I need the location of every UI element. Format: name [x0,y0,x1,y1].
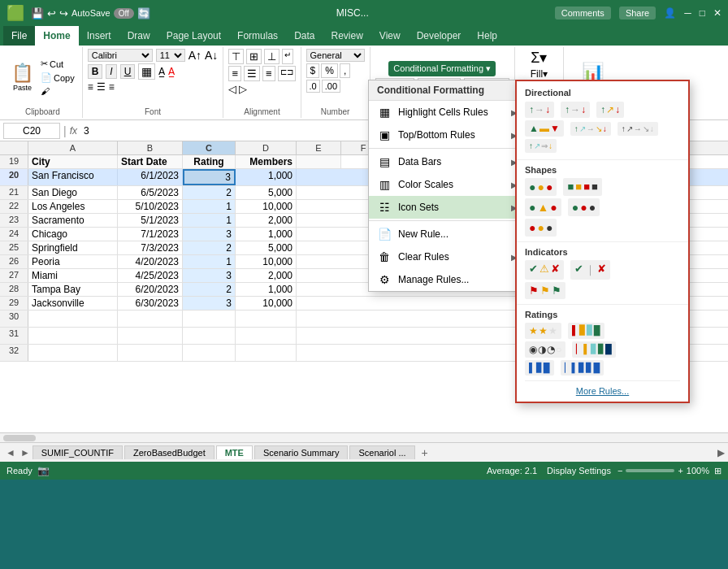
cell-20-c[interactable]: 3 [183,169,236,185]
cell-28-c[interactable]: 2 [183,283,236,296]
cell-24-b[interactable]: 7/1/2023 [118,228,183,241]
font-family-select[interactable]: Calibri [88,49,153,62]
is-group-5arrows-alt[interactable]: ↑ ↗ ⇒ ↓ [525,139,557,153]
tab-formulas[interactable]: Formulas [229,26,286,46]
is-group-bars5[interactable]: ▏ ▌ ▊ ▊ █ [572,341,616,358]
cell-22-a[interactable]: Los Angeles [28,200,118,213]
tab-help[interactable]: Help [469,26,505,46]
cell-19-d[interactable]: Members [236,155,297,168]
comma-btn[interactable]: , [340,63,350,78]
sheet-tab-scenario-summary[interactable]: Scenario Summary [254,445,349,459]
cell-23-b[interactable]: 5/1/2023 [118,214,183,227]
is-group-squares-colored[interactable]: ■ ■ ■ ■ [563,178,601,196]
cell-19-a[interactable]: City [28,155,118,168]
minimize-btn[interactable]: ─ [684,7,691,19]
font-grow-btn[interactable]: A↑ [188,49,202,62]
number-format-select[interactable]: General [306,49,365,62]
cell-20-b[interactable]: 6/1/2023 [118,169,183,185]
sheet-tab-zero[interactable]: ZeroBasedBudget [124,445,214,459]
is-group-stars[interactable]: ★ ★ ★ [525,323,561,339]
align-top-btn[interactable]: ⊤ [228,49,244,64]
format-painter-btn[interactable]: 🖌 [38,85,77,97]
cell-19-c[interactable]: Rating [183,155,236,168]
comments-btn[interactable]: Comments [555,7,611,20]
cell-row-29[interactable]: 29 [0,297,28,310]
cf-dropdown-menu[interactable]: Conditional Formatting ▦ Highlight Cells… [368,80,526,292]
fill-btn[interactable]: Fill▾ [531,68,548,80]
cell-24-a[interactable]: Chicago [28,228,118,241]
is-group-circles-dark[interactable]: ● ● ● [568,198,600,216]
is-group-3arrows-colored[interactable]: ↑ → ↓ [525,102,554,118]
col-header-a[interactable]: A [28,141,118,154]
cell-24-d[interactable]: 1,000 [236,228,297,241]
tab-review[interactable]: Review [323,26,370,46]
sheet-tab-mte[interactable]: MTE [216,445,253,459]
cf-item-newrule[interactable]: 📄 New Rule... [369,223,526,245]
indent-dec-btn[interactable]: ◁ [228,83,236,95]
bold-btn[interactable]: B [88,64,103,79]
save-icon[interactable]: 💾 [31,7,44,20]
is-group-5arrows-colored[interactable]: ↑ ↗ → ↘ ↓ [570,122,611,136]
undo-icon[interactable]: ↩ [47,7,56,20]
cell-row-21[interactable]: 21 [0,186,28,199]
currency-btn[interactable]: $ [306,63,320,78]
cell-26-d[interactable]: 10,000 [236,255,297,268]
cell-22-b[interactable]: 5/10/2023 [118,200,183,213]
cell-row-22[interactable]: 22 [0,200,28,213]
percent-btn[interactable]: % [321,63,338,78]
align-bottom-btn[interactable]: ⊥ [264,49,280,64]
cell-29-d[interactable]: 10,000 [236,297,297,310]
cell-27-b[interactable]: 4/25/2023 [118,269,183,282]
cell-row-28[interactable]: 28 [0,283,28,296]
tab-home[interactable]: Home [35,26,78,46]
tab-nav-right[interactable]: ► [18,447,32,458]
align-right2-btn[interactable]: ≡ [262,66,275,81]
cell-23-c[interactable]: 1 [183,214,236,227]
tab-page-layout[interactable]: Page Layout [158,26,229,46]
maximize-btn[interactable]: □ [700,7,705,19]
col-header-d[interactable]: D [236,141,297,154]
cf-item-managerules[interactable]: ⚙ Manage Rules... [369,268,526,291]
cell-25-b[interactable]: 7/3/2023 [118,241,183,254]
cf-item-colorscales[interactable]: ▥ Color Scales ▶ [369,173,526,196]
tab-view[interactable]: View [371,26,409,46]
align-right-btn[interactable]: ≡ [109,81,115,93]
is-group-3arrows-2[interactable]: ↑ ↗ ↓ [596,102,624,118]
col-header-b[interactable]: B [118,141,183,154]
increase-decimal-btn[interactable]: .00 [322,80,340,93]
is-group-checkmarks[interactable]: ✔ ⚠ ✘ [525,260,564,280]
is-group-bars4[interactable]: ▌ ▊ ▊ █ [568,323,604,339]
fill-color-btn[interactable]: A̲ [158,66,165,77]
wrap-text-btn[interactable]: ↵ [282,49,293,64]
cell-28-b[interactable]: 6/20/2023 [118,283,183,296]
is-group-flags[interactable]: ⚑ ⚑ ⚑ [525,282,566,299]
right-scroll-btn[interactable]: ▶ [717,447,725,458]
align-center-btn[interactable]: ☰ [97,81,106,93]
cf-item-topbottom[interactable]: ▣ Top/Bottom Rules ▶ [369,124,526,146]
align-left2-btn[interactable]: ≡ [228,66,241,81]
tab-developer[interactable]: Developer [409,26,470,46]
cell-22-c[interactable]: 1 [183,200,236,213]
cf-item-databars[interactable]: ▤ Data Bars ▶ [369,150,526,173]
cell-27-c[interactable]: 3 [183,269,236,282]
is-group-checkx-black[interactable]: ✔ ｜ ✘ [570,260,610,280]
close-btn[interactable]: ✕ [713,7,722,19]
align-ctr2-btn[interactable]: ☰ [244,66,260,81]
cell-26-b[interactable]: 4/20/2023 [118,255,183,268]
cf-item-iconsets[interactable]: ☷ Icon Sets ▶ [369,196,526,219]
cut-btn[interactable]: ✂Cut [38,58,77,70]
paste-btn[interactable]: 📋 Paste [8,60,37,94]
refresh-icon[interactable]: 🔄 [137,7,150,20]
is-group-traffic-circles[interactable]: ● ● ● [525,178,557,196]
redo-icon[interactable]: ↪ [59,7,68,20]
cell-19-b[interactable]: Start Date [118,155,183,168]
cell-26-a[interactable]: Peoria [28,255,118,268]
cell-22-d[interactable]: 10,000 [236,200,297,213]
cf-item-clearrules[interactable]: 🗑 Clear Rules ▶ [369,245,526,268]
cell-row-25[interactable]: 25 [0,241,28,254]
cell-25-d[interactable]: 5,000 [236,241,297,254]
more-rules-link[interactable]: More Rules... [525,380,680,397]
underline-btn[interactable]: U [120,64,136,79]
cell-21-b[interactable]: 6/5/2023 [118,186,183,199]
cell-row-20[interactable]: 20 [0,169,28,185]
